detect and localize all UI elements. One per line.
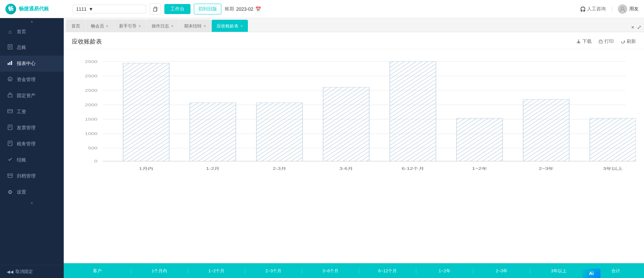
tab-guide[interactable]: 新手引导 × xyxy=(114,20,146,32)
svg-rect-12 xyxy=(8,110,12,113)
avatar xyxy=(618,4,627,14)
print-icon xyxy=(598,39,603,44)
print-button[interactable]: 打印 xyxy=(598,39,614,45)
tab-ar-aging-close[interactable]: × xyxy=(240,24,243,28)
download-button[interactable]: 下载 xyxy=(576,39,592,45)
close-all-tabs-button[interactable]: × xyxy=(631,24,634,30)
svg-rect-18 xyxy=(8,174,12,175)
sidebar-label-settings: 设置 xyxy=(17,189,26,195)
svg-text:1000: 1000 xyxy=(85,132,97,136)
sidebar-item-ledger[interactable]: 总账 xyxy=(0,40,64,56)
ledger-icon xyxy=(7,44,13,51)
svg-text:3-6月: 3-6月 xyxy=(339,166,353,171)
tab-guide-label: 新手引导 xyxy=(119,23,137,29)
svg-text:2500: 2500 xyxy=(85,59,97,64)
tab-guide-close[interactable]: × xyxy=(139,24,141,28)
tabs-actions: × ⤢ xyxy=(631,24,641,32)
sidebar-label-report: 报表中心 xyxy=(17,61,36,67)
table-footer: 客户 1个月内 1~2个月 2~3个月 3~6个月 6~12个月 xyxy=(64,263,644,278)
checkout-icon xyxy=(7,157,13,163)
svg-text:2500: 2500 xyxy=(85,88,97,93)
sidebar-item-payroll[interactable]: 工资 xyxy=(0,104,64,120)
svg-text:2-3月: 2-3月 xyxy=(273,166,286,171)
username: 用友 xyxy=(629,6,639,12)
unpin-label: 取消固定 xyxy=(15,269,33,275)
unpin-button[interactable]: ◀◀ 取消固定 xyxy=(0,265,64,278)
sidebar-item-asset[interactable]: 固定资产 xyxy=(0,88,64,104)
sidebar-item-home[interactable]: ⌂ 首页 xyxy=(0,24,64,40)
refresh-icon xyxy=(621,39,625,44)
sidebar-label-tax: 税务管理 xyxy=(17,141,36,147)
sidebar-item-tax[interactable]: 税务管理 xyxy=(0,136,64,152)
sidebar-label-home: 首页 xyxy=(17,29,26,35)
workbench-button[interactable]: 工作台 xyxy=(164,4,191,14)
tab-period-end[interactable]: 期末结转 × xyxy=(179,20,211,32)
calendar-icon[interactable]: 📅 xyxy=(255,6,261,12)
ai-label: Ai xyxy=(589,271,594,276)
sidebar-item-settings[interactable]: ⚙ 设置 xyxy=(0,184,64,200)
sidebar-scroll-down[interactable]: ▼ xyxy=(0,200,64,206)
maximize-tab-button[interactable]: ⤢ xyxy=(637,24,641,30)
svg-text:0: 0 xyxy=(94,159,97,163)
svg-text:1-2月: 1-2月 xyxy=(206,166,220,171)
tab-period-end-label: 期末结转 xyxy=(184,23,202,29)
archive-icon xyxy=(7,173,13,180)
tab-home[interactable]: 首页 xyxy=(66,20,85,32)
sidebar-label-asset: 固定资产 xyxy=(17,93,36,99)
tab-member[interactable]: 畅会员 × xyxy=(86,20,113,32)
refresh-button[interactable]: 刷新 xyxy=(621,39,636,45)
copy-icon-button[interactable] xyxy=(150,3,161,15)
switch-version-button[interactable]: 切到旧版 xyxy=(194,4,221,14)
tab-ar-aging-label: 应收账龄表 xyxy=(217,23,238,29)
footer-col-customer-label: 客户 xyxy=(93,268,102,273)
bar-chart: 2500 2500 2500 2000 1500 1000 500 0 xyxy=(72,55,636,182)
service-button[interactable]: 🎧 人工咨询 xyxy=(580,6,606,12)
tab-log-close[interactable]: × xyxy=(171,24,173,28)
home-icon: ⌂ xyxy=(7,29,13,35)
tab-period-end-close[interactable]: × xyxy=(204,24,206,28)
page-actions: 下载 打印 xyxy=(576,39,636,45)
copy-icon xyxy=(153,6,158,12)
sidebar-scroll-up[interactable]: ▲ xyxy=(0,18,64,24)
tab-member-label: 畅会员 xyxy=(91,23,104,29)
tab-home-label: 首页 xyxy=(71,23,80,29)
footer-col-1m-label: 1个月内 xyxy=(152,268,167,273)
ai-badge[interactable]: Ai xyxy=(582,269,600,278)
service-label: 人工咨询 xyxy=(587,6,606,12)
chart-area: 2500 2500 2500 2000 1500 1000 500 0 xyxy=(64,49,644,263)
sidebar-label-ledger: 总账 xyxy=(17,45,26,51)
sidebar-item-report[interactable]: 报表中心 xyxy=(0,56,64,72)
footer-col-2-3y: 2~3年 xyxy=(473,268,530,274)
period-area: 账期 2023-02 📅 xyxy=(225,6,261,12)
sidebar-item-archive[interactable]: 归档管理 xyxy=(0,168,64,184)
page-title: 应收账龄表 xyxy=(72,38,102,46)
user-area[interactable]: 用友 xyxy=(618,4,639,14)
tab-member-close[interactable]: × xyxy=(106,24,108,28)
logo-text: 畅捷通易代账 xyxy=(19,6,49,12)
period-value: 2023-02 xyxy=(236,6,253,12)
company-selector[interactable]: 1111 ▼ xyxy=(72,5,146,13)
footer-col-3-6m-label: 3~6个月 xyxy=(322,268,338,273)
bar-3plus-year xyxy=(590,118,636,161)
content-area: 首页 畅会员 × 新手引导 × 操作日志 × 期末结转 × 应收账龄表 × xyxy=(64,18,644,278)
sidebar-item-checkout[interactable]: 结账 xyxy=(0,152,64,168)
sidebar-item-invoice[interactable]: 发票管理 xyxy=(0,120,64,136)
footer-col-1-2y-label: 1~2年 xyxy=(439,268,450,273)
chart-svg: 2500 2500 2500 2000 1500 1000 500 0 xyxy=(72,55,636,182)
user-icon xyxy=(620,6,626,12)
print-label: 打印 xyxy=(604,39,614,45)
sidebar-label-fund: 资金管理 xyxy=(17,77,36,83)
page-content: 应收账龄表 下载 打印 xyxy=(64,32,644,278)
svg-text:3年以上: 3年以上 xyxy=(603,166,623,171)
period-label: 账期 xyxy=(225,6,234,12)
tab-ar-aging[interactable]: 应收账龄表 × xyxy=(212,20,248,32)
footer-col-1-2m-label: 1~2个月 xyxy=(208,268,224,273)
sidebar-label-archive: 归档管理 xyxy=(17,173,36,179)
footer-col-2-3m: 2~3个月 xyxy=(245,268,302,274)
footer-col-3-6m: 3~6个月 xyxy=(302,268,359,274)
footer-col-1-2y: 1~2年 xyxy=(416,268,473,274)
sidebar-item-fund[interactable]: ¥ 资金管理 xyxy=(0,72,64,88)
tab-log[interactable]: 操作日志 × xyxy=(147,20,178,32)
company-name: 1111 xyxy=(76,6,87,12)
footer-col-1-2m: 1~2个月 xyxy=(188,268,245,274)
